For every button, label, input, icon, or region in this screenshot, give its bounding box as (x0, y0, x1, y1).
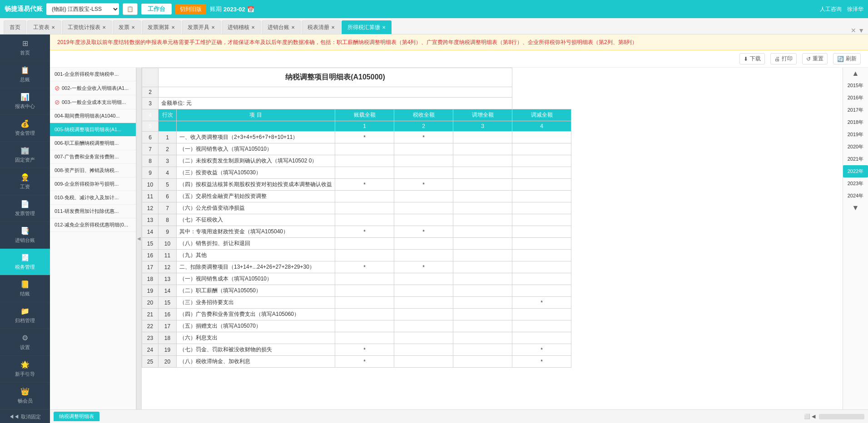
form-list-item-012[interactable]: 012-减免企业所得税优惠明细(0... (50, 218, 136, 232)
refresh-btn[interactable]: 🔄 刷新 (833, 53, 861, 64)
collapse-panel-btn[interactable]: ◀ (136, 68, 142, 409)
col-e-16[interactable] (453, 309, 512, 320)
col-d-13[interactable] (394, 273, 453, 285)
col-c-13[interactable] (335, 273, 394, 285)
form-list-item-011[interactable]: 011-研发费用加计扣除优惠... (50, 205, 136, 218)
tab-invoice-calc[interactable]: 发票测算 ✕ (142, 20, 181, 34)
col-f-9[interactable] (512, 226, 571, 238)
col-f-19[interactable]: * (512, 344, 571, 356)
col-c-17[interactable] (335, 320, 394, 332)
col-f-15[interactable]: * (512, 297, 571, 309)
col-f-13[interactable] (512, 273, 571, 285)
sidebar-item-sales-ledger[interactable]: 📑 进销台账 (0, 222, 50, 249)
form-list-item-010[interactable]: 010-免税、减计收入及加计... (50, 191, 136, 205)
col-e-5[interactable] (453, 179, 512, 191)
bottom-tab-main[interactable]: 纳税调整明细表 (54, 412, 99, 421)
tab-close-all[interactable]: ✕ (851, 27, 856, 34)
col-f-16[interactable] (512, 309, 571, 320)
col-f-11[interactable] (512, 250, 571, 261)
col-d-15[interactable] (394, 297, 453, 309)
col-c-3[interactable] (335, 155, 394, 167)
tab-close-payroll-stat[interactable]: ✕ (102, 25, 106, 30)
year-item-2019[interactable]: 2019年 (843, 128, 868, 141)
col-f-17[interactable] (512, 320, 571, 332)
col-c-10[interactable] (335, 238, 394, 250)
year-nav-down[interactable]: ▼ (843, 202, 868, 214)
col-e-4[interactable] (453, 167, 512, 179)
year-item-2024[interactable]: 2024年 (843, 190, 868, 202)
col-c-16[interactable] (335, 309, 394, 320)
sidebar-item-vip[interactable]: 👑 畅会员 (0, 383, 50, 409)
col-d-2[interactable] (394, 143, 453, 155)
tab-invoice[interactable]: 发票 ✕ (113, 20, 141, 34)
col-f-12[interactable] (512, 261, 571, 273)
col-c-4[interactable] (335, 167, 394, 179)
tab-income-tax[interactable]: 所得税汇算缴 ✕ (342, 20, 392, 34)
col-d-14[interactable] (394, 285, 453, 297)
spreadsheet-container[interactable]: 纳税调整项目明细表(A105000) 2 3 金额单位: 元 4 (142, 68, 843, 409)
col-c-20[interactable]: * (335, 356, 394, 368)
form-list-item-002[interactable]: ⊘ 002-一般企业收入明细表(A1... (50, 81, 136, 95)
col-e-19[interactable] (453, 344, 512, 356)
col-e-12[interactable] (453, 261, 512, 273)
sidebar-item-home[interactable]: ⊞ 首页 (0, 34, 50, 61)
col-c-7[interactable] (335, 202, 394, 214)
switch-btn[interactable]: 切到旧版 (175, 4, 206, 15)
col-e-15[interactable] (453, 297, 512, 309)
form-list-item-008[interactable]: 008-资产折旧、摊销及纳税... (50, 164, 136, 177)
col-d-1[interactable]: * (394, 132, 453, 143)
col-f-20[interactable]: * (512, 356, 571, 368)
tab-close-invoice-calc[interactable]: ✕ (171, 25, 175, 30)
col-f-4[interactable] (512, 167, 571, 179)
form-list-item-006[interactable]: 006-职工薪酬纳税调整明细... (50, 137, 136, 150)
col-d-3[interactable] (394, 155, 453, 167)
tab-close-ledger[interactable]: ✕ (291, 25, 295, 30)
col-d-17[interactable] (394, 320, 453, 332)
tab-close-tax-list[interactable]: ✕ (331, 25, 335, 30)
sidebar-item-settings[interactable]: ⚙ 设置 (0, 329, 50, 356)
company-icon-btn[interactable]: 📋 (123, 3, 138, 15)
workbench-btn[interactable]: 工作台 (141, 4, 172, 15)
col-d-19[interactable] (394, 344, 453, 356)
col-e-2[interactable] (453, 143, 512, 155)
col-d-16[interactable] (394, 309, 453, 320)
col-c-12[interactable]: * (335, 261, 394, 273)
col-c-2[interactable] (335, 143, 394, 155)
tab-close-income-tax[interactable]: ✕ (382, 25, 386, 30)
col-f-2[interactable] (512, 143, 571, 155)
tab-payroll-stat[interactable]: 工资统计报表 ✕ (62, 20, 112, 34)
year-item-2020[interactable]: 2020年 (843, 141, 868, 153)
sidebar-item-fund[interactable]: 💰 资金管理 (0, 115, 50, 142)
service-btn[interactable]: 人工咨询 (820, 5, 842, 13)
col-d-12[interactable]: * (394, 261, 453, 273)
col-d-18[interactable] (394, 332, 453, 344)
col-c-8[interactable] (335, 214, 394, 226)
tab-ledger[interactable]: 进销台账 ✕ (262, 20, 301, 34)
col-d-20[interactable] (394, 356, 453, 368)
year-item-2022[interactable]: 2022年 (843, 165, 868, 177)
pin-btn[interactable]: ◀◀ 取消固定 (0, 409, 50, 423)
col-e-8[interactable] (453, 214, 512, 226)
col-f-5[interactable] (512, 179, 571, 191)
year-item-2017[interactable]: 2017年 (843, 104, 868, 116)
tab-payroll[interactable]: 工资表 ✕ (27, 20, 61, 34)
form-list-item-005[interactable]: 005-纳税调整项目明细表(A1... (50, 123, 136, 137)
company-select[interactable]: (物副) 江西股宝-LSS (46, 3, 119, 15)
col-e-18[interactable] (453, 332, 512, 344)
col-c-14[interactable] (335, 285, 394, 297)
col-e-7[interactable] (453, 202, 512, 214)
sidebar-item-asset[interactable]: 🏢 固定资产 (0, 142, 50, 168)
col-c-19[interactable]: * (335, 344, 394, 356)
reset-btn[interactable]: ↺ 重置 (802, 53, 828, 64)
tab-invoice-open[interactable]: 发票开具 ✕ (182, 20, 221, 34)
col-e-1[interactable] (453, 132, 512, 143)
col-d-7[interactable] (394, 202, 453, 214)
print-btn[interactable]: 🖨 打印 (770, 53, 797, 64)
col-c-15[interactable] (335, 297, 394, 309)
tab-verify[interactable]: 进销稽核 ✕ (222, 20, 261, 34)
col-d-8[interactable] (394, 214, 453, 226)
col-f-14[interactable] (512, 285, 571, 297)
form-list-item-003[interactable]: ⊘ 003-一般企业成本支出明细... (50, 95, 136, 109)
form-list-item-001[interactable]: 001-企业所得税年度纳税申... (50, 68, 136, 81)
col-c-11[interactable] (335, 250, 394, 261)
